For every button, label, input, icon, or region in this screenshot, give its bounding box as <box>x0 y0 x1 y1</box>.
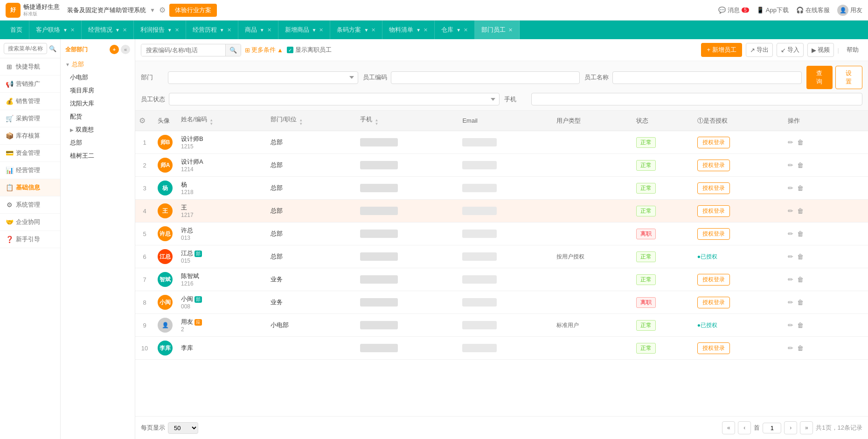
tab-barcode[interactable]: 条码方案▼✕ <box>330 21 382 39</box>
tab-operation[interactable]: 经营情况▼✕ <box>82 21 134 39</box>
set-btn[interactable]: 设置 <box>835 66 862 89</box>
auth-login-btn[interactable]: 授权登录 <box>697 228 730 240</box>
auth-login-btn[interactable]: 授权登录 <box>697 297 730 308</box>
delete-icon[interactable]: 🗑 <box>797 253 804 260</box>
tab-history[interactable]: 经营历程▼✕ <box>186 21 238 39</box>
app-download-btn[interactable]: 📱 App下载 <box>757 6 789 14</box>
auth-login-btn[interactable]: 授权登录 <box>697 274 730 286</box>
emp-status-select[interactable] <box>169 93 500 105</box>
sidebar-item-guide[interactable]: ❓ 新手引导 <box>0 231 60 248</box>
edit-icon[interactable]: ✏ <box>788 184 793 192</box>
col-settings[interactable]: ⚙ <box>135 111 154 131</box>
cell-dept: 业务 <box>267 291 356 314</box>
dept-item-distribution[interactable]: 配货 <box>61 110 135 123</box>
edit-icon[interactable]: ✏ <box>788 344 793 352</box>
delete-icon[interactable]: 🗑 <box>797 299 804 306</box>
delete-icon[interactable]: 🗑 <box>797 276 804 283</box>
sidebar-item-sales[interactable]: 💰 销售管理 <box>0 93 60 110</box>
sidebar-item-operation[interactable]: 📊 经营管理 <box>0 162 60 179</box>
edit-icon[interactable]: ✏ <box>788 299 793 306</box>
sidebar-search-input[interactable] <box>4 43 47 54</box>
tab-bom[interactable]: 物料清单▼✕ <box>382 21 435 39</box>
query-btn[interactable]: 查询 <box>806 66 833 89</box>
delete-icon[interactable]: 🗑 <box>797 230 804 237</box>
col-name-code[interactable]: 姓名/编码 ▲▼ <box>177 111 267 131</box>
user-avatar[interactable]: 👤 用友 <box>837 5 862 16</box>
delete-icon[interactable]: 🗑 <box>797 139 804 146</box>
dept-item-plant-king[interactable]: 植树王二 <box>61 149 135 162</box>
online-service-btn[interactable]: 🎧 在线客服 <box>796 6 830 14</box>
tab-warehouse[interactable]: 仓库▼✕ <box>435 21 475 39</box>
cell-status: 离职 <box>632 291 694 314</box>
dept-item-headquarter[interactable]: 总部 <box>61 136 135 149</box>
show-resigned-checkbox[interactable]: ✓ <box>287 47 293 53</box>
auth-login-btn[interactable]: 授权登录 <box>697 342 730 354</box>
page-input[interactable] <box>763 423 781 433</box>
dept-add-btn[interactable]: + <box>110 45 119 54</box>
dept-item-project-store[interactable]: 项目库房 <box>61 84 135 97</box>
add-employee-btn[interactable]: + 新增员工 <box>701 43 742 57</box>
sidebar-item-purchase[interactable]: 🛒 采购管理 <box>0 110 60 127</box>
dept-item-xiaodibu[interactable]: 小电部 <box>61 71 135 84</box>
sidebar-item-basic-info[interactable]: 📋 基础信息 <box>0 179 60 196</box>
tab-home[interactable]: 首页 <box>4 21 29 39</box>
delete-icon[interactable]: 🗑 <box>797 321 804 329</box>
auth-login-btn[interactable]: 授权登录 <box>697 160 730 171</box>
phone-input[interactable] <box>531 93 863 105</box>
tab-goods[interactable]: 商品▼✕ <box>238 21 278 39</box>
last-page-btn[interactable]: » <box>800 421 813 434</box>
tab-customer[interactable]: 客户联络▼✕ <box>29 21 82 39</box>
show-resigned-toggle[interactable]: ✓ 显示离职员工 <box>287 46 332 54</box>
employee-search-input[interactable] <box>141 44 225 56</box>
dept-item-headquarter-root[interactable]: ▼ 总部 <box>61 58 135 71</box>
auth-login-btn[interactable]: 授权登录 <box>697 137 730 148</box>
edit-icon[interactable]: ✏ <box>788 321 793 329</box>
col-phone[interactable]: 手机 ▲▼ <box>356 111 458 131</box>
more-filter-btn[interactable]: ⊞ 更多条件 ▲ <box>245 46 283 54</box>
message-icon: 💬 <box>718 7 726 14</box>
export-btn[interactable]: ↗ 导出 <box>746 43 773 57</box>
tab-new-goods[interactable]: 新增商品▼✕ <box>278 21 331 39</box>
delete-icon[interactable]: 🗑 <box>797 207 804 215</box>
phone-blurred: 00000 <box>360 138 398 146</box>
page-size-select[interactable]: 50 <box>168 422 198 434</box>
dept-item-shenyang[interactable]: 沈阳大库 <box>61 97 135 110</box>
prev-page-btn[interactable]: ‹ <box>738 421 751 434</box>
sidebar-item-inventory[interactable]: 📦 库存核算 <box>0 127 60 145</box>
system-dropdown-icon[interactable]: ▼ <box>150 7 155 14</box>
search-icon[interactable]: 🔍 <box>225 44 241 56</box>
emp-code-input[interactable] <box>391 71 580 84</box>
employee-dept: 小电部 <box>271 321 289 328</box>
col-dept-position[interactable]: 部门/职位 ▲▼ <box>267 111 356 131</box>
dept-item-shuanglu[interactable]: ▶ 双鹿想 <box>61 123 135 136</box>
edit-icon[interactable]: ✏ <box>788 230 793 237</box>
sidebar-item-finance[interactable]: 💳 资金管理 <box>0 145 60 162</box>
edit-icon[interactable]: ✏ <box>788 161 793 169</box>
import-btn[interactable]: ↙ 导入 <box>777 43 804 57</box>
tab-profit[interactable]: 利润报告▼✕ <box>134 21 186 39</box>
help-btn[interactable]: 帮助 <box>843 43 862 56</box>
edit-icon[interactable]: ✏ <box>788 276 793 283</box>
trial-btn[interactable]: 体验行业方案 <box>169 4 217 17</box>
sidebar-item-corp[interactable]: 🤝 企业协同 <box>0 214 60 231</box>
message-btn[interactable]: 💬 消息 5 <box>718 6 749 14</box>
first-page-btn[interactable]: « <box>722 421 735 434</box>
sidebar-item-system[interactable]: ⚙ 系统管理 <box>0 196 60 214</box>
delete-icon[interactable]: 🗑 <box>797 344 804 352</box>
next-page-btn[interactable]: › <box>784 421 797 434</box>
emp-name-input[interactable] <box>612 71 802 84</box>
sidebar-item-quick-nav[interactable]: ⊞ 快捷导航 <box>0 58 60 76</box>
sidebar-item-marketing[interactable]: 📢 营销推广 <box>0 76 60 93</box>
settings-icon[interactable]: ⚙ <box>159 6 166 14</box>
tab-employees[interactable]: 部门员工✕ <box>475 21 520 39</box>
delete-icon[interactable]: 🗑 <box>797 161 804 169</box>
edit-icon[interactable]: ✏ <box>788 207 793 215</box>
edit-icon[interactable]: ✏ <box>788 139 793 146</box>
video-btn[interactable]: ▶ 视频 <box>807 43 834 57</box>
auth-login-btn[interactable]: 授权登录 <box>697 182 730 194</box>
auth-login-btn[interactable]: 授权登录 <box>697 205 730 217</box>
dept-select[interactable] <box>168 71 358 84</box>
dept-collapse-btn[interactable]: « <box>121 45 130 54</box>
delete-icon[interactable]: 🗑 <box>797 184 804 192</box>
edit-icon[interactable]: ✏ <box>788 253 793 260</box>
